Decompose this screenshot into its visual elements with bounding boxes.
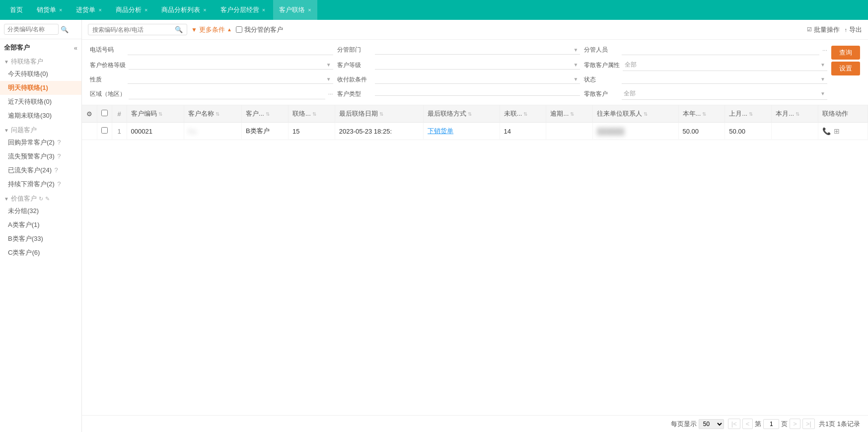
my-customers-check[interactable] xyxy=(236,26,242,33)
price-level-select[interactable]: ▼ xyxy=(129,61,333,70)
th-not-contacted[interactable]: 未联... ⇅ xyxy=(500,105,546,123)
retail-select[interactable]: 全部 ▼ xyxy=(622,88,827,100)
action-phone-icon[interactable]: 📞 xyxy=(822,127,831,135)
close-sales-order-icon[interactable]: × xyxy=(59,7,62,13)
sidebar-item-declining[interactable]: 持续下滑客户(2) ? xyxy=(0,177,81,191)
th-last-contact-way[interactable]: 最后联络方式 ⇅ xyxy=(424,105,500,123)
last-contact-way-link[interactable]: 下销货单 xyxy=(428,127,453,135)
sidebar-search-input[interactable] xyxy=(4,24,59,35)
nav-sales-order[interactable]: 销货单 × xyxy=(31,0,68,20)
refresh-icon-value[interactable]: ↻ xyxy=(39,196,43,202)
close-purchase-order-icon[interactable]: × xyxy=(98,7,101,13)
close-product-analysis-list-icon[interactable]: × xyxy=(203,7,206,13)
settings-button[interactable]: 设置 xyxy=(831,62,860,75)
close-product-analysis-icon[interactable]: × xyxy=(145,7,147,13)
nav-product-analysis-list[interactable]: 商品分析列表 × xyxy=(155,0,212,20)
nav-purchase-order[interactable]: 进货单 × xyxy=(70,0,107,20)
th-gear[interactable]: ⚙ xyxy=(82,105,97,123)
sidebar-collapse-icon[interactable]: « xyxy=(74,44,77,52)
action-grid-icon[interactable]: ⊞ xyxy=(834,127,840,135)
toolbar-right: ☑ 批量操作 ↑ 导出 xyxy=(807,25,863,34)
sidebar-search-area: 🔍 xyxy=(0,20,81,39)
th-contacts[interactable]: 往来单位联系人 ⇅ xyxy=(593,105,678,123)
th-type[interactable]: 客户... ⇅ xyxy=(242,105,289,123)
status-select[interactable]: ▼ xyxy=(622,75,827,84)
td-checkbox[interactable] xyxy=(97,123,112,140)
th-this-year[interactable]: 本年... ⇅ xyxy=(678,105,725,123)
batch-op-btn[interactable]: ☑ 批量操作 xyxy=(807,25,840,34)
main-search-input[interactable] xyxy=(92,26,173,33)
nav-home[interactable]: 首页 xyxy=(4,0,29,20)
region-more-icon[interactable]: ··· xyxy=(328,90,333,97)
phone-input[interactable] xyxy=(128,45,333,55)
next-page-btn[interactable]: > xyxy=(790,419,800,429)
region-input[interactable] xyxy=(129,89,325,99)
customer-level-select[interactable]: ▼ xyxy=(375,61,580,70)
page-number-input[interactable] xyxy=(763,419,779,429)
th-this-month[interactable]: 本月... ⇅ xyxy=(772,105,818,123)
nav-customer-contact[interactable]: 客户联络 × xyxy=(273,0,317,20)
page-nav: |< < 第 页 > >| xyxy=(728,419,815,429)
last-page-btn[interactable]: >| xyxy=(802,419,815,429)
sidebar-item-class-b[interactable]: B类客户(33) xyxy=(0,232,81,246)
td-last-contact-way[interactable]: 下销货单 xyxy=(424,123,500,140)
th-checkbox[interactable] xyxy=(97,105,112,123)
sidebar-item-ungrouped[interactable]: 未分组(32) xyxy=(0,204,81,218)
sort-way-icon: ⇅ xyxy=(468,111,472,117)
td-name[interactable]: Ea xyxy=(184,123,242,140)
filter-nature: 性质 ▼ xyxy=(90,75,333,84)
sidebar-item-class-a[interactable]: A类客户(1) xyxy=(0,218,81,232)
retail-attr-arrow-icon: ▼ xyxy=(820,62,825,68)
edit-icon-value[interactable]: ✎ xyxy=(45,196,50,202)
filter-payment: 收付款条件 ▼ xyxy=(337,75,580,84)
close-customer-segmentation-icon[interactable]: × xyxy=(262,7,265,13)
help-icon-churn: ? xyxy=(57,152,61,160)
nature-select[interactable]: ▼ xyxy=(128,75,333,84)
th-last-month[interactable]: 上月... ⇅ xyxy=(725,105,772,123)
payment-select[interactable]: ▼ xyxy=(375,75,580,84)
my-customers-checkbox[interactable]: 我分管的客户 xyxy=(236,25,283,34)
group-value-customers[interactable]: 价值客户 ↻ ✎ xyxy=(0,191,81,204)
sidebar-item-overdue-contact[interactable]: 逾期未联络(30) xyxy=(0,109,81,123)
group-pending-contact[interactable]: 待联络客户 xyxy=(0,54,81,67)
export-btn[interactable]: ↑ 导出 xyxy=(845,25,863,34)
row-checkbox[interactable] xyxy=(101,127,108,134)
page-suffix: 页 xyxy=(781,420,788,429)
th-code[interactable]: 客户编码 ⇅ xyxy=(127,105,184,123)
retail-attr-select[interactable]: 全部 ▼ xyxy=(623,59,827,71)
prev-page-btn[interactable]: < xyxy=(742,419,753,429)
sidebar-item-class-c[interactable]: C类客户(6) xyxy=(0,246,81,260)
gear-icon[interactable]: ⚙ xyxy=(86,110,92,118)
td-this-month xyxy=(772,123,818,140)
th-last-contact-date[interactable]: 最后联络日期 ⇅ xyxy=(335,105,423,123)
first-page-btn[interactable]: |< xyxy=(728,419,740,429)
filter-retail-attr: 零散客户属性 全部 ▼ xyxy=(584,59,827,71)
search-box[interactable]: 🔍 xyxy=(88,24,187,35)
query-button[interactable]: 查询 xyxy=(831,46,860,60)
sort-lm-icon: ⇅ xyxy=(749,111,753,117)
person-input[interactable] xyxy=(622,45,819,55)
customer-type-select[interactable] xyxy=(375,92,580,96)
sidebar-item-today-contact[interactable]: 今天待联络(0) xyxy=(0,67,81,81)
per-page-select[interactable]: 50 100 200 xyxy=(699,419,724,429)
th-contact[interactable]: 联络... ⇅ xyxy=(288,105,335,123)
sidebar-item-churn-warning[interactable]: 流失预警客户(3) ? xyxy=(0,149,81,163)
sidebar-item-7days-contact[interactable]: 近7天待联络(0) xyxy=(0,95,81,109)
nav-customer-segmentation[interactable]: 客户分层经营 × xyxy=(215,0,271,20)
filter-customer-type: 客户类型 xyxy=(337,90,580,98)
close-customer-contact-icon[interactable]: × xyxy=(308,7,311,13)
dept-select[interactable]: ▼ xyxy=(375,46,580,55)
td-action: 📞 ⊞ xyxy=(818,123,868,140)
sidebar-search-icon[interactable]: 🔍 xyxy=(61,26,69,33)
sidebar-item-tomorrow-contact[interactable]: 明天待联络(1) xyxy=(0,81,81,95)
more-conditions-btn[interactable]: ▼ 更多条件 ▲ xyxy=(191,25,232,34)
group-problem-customers[interactable]: 问题客户 xyxy=(0,123,81,136)
sidebar-item-churned[interactable]: 已流失客户(24) ? xyxy=(0,163,81,177)
th-overdue[interactable]: 逾期... ⇅ xyxy=(546,105,593,123)
nav-product-analysis[interactable]: 商品分析 × xyxy=(110,0,153,20)
th-name[interactable]: 客户名称 ⇅ xyxy=(184,105,242,123)
select-all-checkbox[interactable] xyxy=(101,110,108,116)
sidebar-item-abnormal-repurchase[interactable]: 回购异常客户(2) ? xyxy=(0,136,81,149)
person-more-icon[interactable]: ··· xyxy=(822,47,827,54)
main-search-icon[interactable]: 🔍 xyxy=(175,26,183,33)
